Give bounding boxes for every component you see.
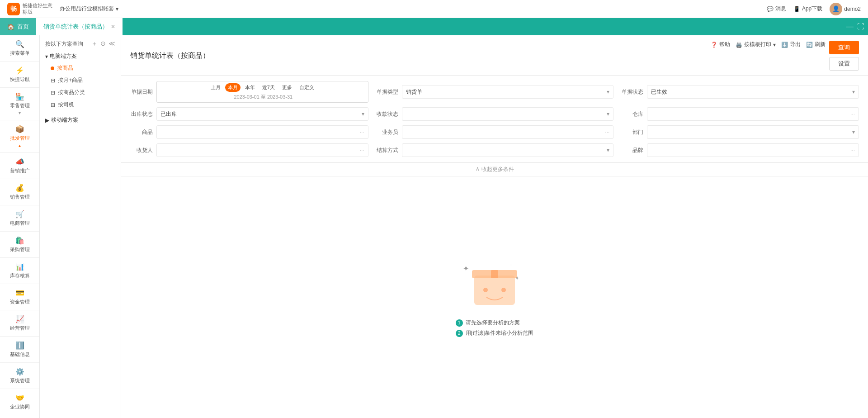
active-dot-icon [51, 66, 54, 70]
warehouse-filter-control[interactable]: ··· [647, 107, 859, 121]
out-arrow-icon: ▾ [362, 111, 364, 117]
sidebar-sales-mgmt-label: 销售管理 [10, 194, 30, 200]
date-tab-more[interactable]: 更多 [279, 83, 295, 92]
sidebar-item-enterprise[interactable]: 🤝 企业协同 [0, 389, 39, 415]
scheme-item-by-product[interactable]: 按商品 [40, 62, 121, 74]
receiver-filter-control[interactable]: ··· [156, 143, 368, 157]
sidebar-item-marketing[interactable]: 📣 营销推广 [0, 153, 39, 179]
staff-dots-icon[interactable]: ··· [605, 129, 609, 135]
inventory-icon: 📊 [15, 262, 24, 271]
filter-item-date: 单据日期 上月 本月 本年 近7天 更多 自定义 2023-03-01 至 20… [130, 81, 368, 103]
help-btn[interactable]: ❓ 帮助 [711, 41, 730, 48]
date-tab-custom[interactable]: 自定义 [297, 83, 317, 92]
scheme-item-by-category[interactable]: ⊟ 按商品分类 [40, 86, 121, 99]
type-filter-control[interactable]: 销货单 ▾ [402, 85, 614, 99]
company-select[interactable]: 办公用品行业模拟账套 ▾ [60, 5, 118, 13]
staff-label: 业务员 [376, 128, 398, 136]
empty-step-1-label: 请先选择要分析的方案 [466, 319, 520, 327]
brand-filter-control[interactable]: ··· [647, 143, 859, 157]
date-tab-this-year[interactable]: 本年 [242, 83, 258, 92]
sidebar-item-guide[interactable]: 🎯 新手引导 [0, 415, 39, 418]
tab-minimize-icon[interactable]: — [846, 23, 854, 31]
dept-filter-control[interactable]: ▾ [647, 125, 859, 139]
filter-item-type: 单据类型 销货单 ▾ [376, 85, 614, 99]
refresh-btn[interactable]: 🔄 刷新 [806, 41, 826, 48]
scheme-group-mobile-title[interactable]: ▶ 移动端方案 [40, 114, 121, 126]
company-name: 办公用品行业模拟账套 [60, 5, 114, 13]
scheme-item-by-month-product-label: 按月+商品 [58, 76, 83, 84]
out-filter-control[interactable]: 已出库 ▾ [156, 107, 368, 121]
user-btn[interactable]: 👤 demo2 [830, 3, 861, 15]
sidebar-wholesale-label: 批发管理 [10, 135, 30, 142]
brand-dots-icon[interactable]: ··· [850, 147, 855, 153]
scheme-item-by-month-product[interactable]: ⊟ 按月+商品 [40, 74, 121, 86]
payment-filter-control[interactable]: ▾ [402, 143, 614, 157]
collapse-row[interactable]: ∧ 收起更多条件 [121, 163, 868, 176]
filter-item-warehouse: 仓库 ··· [621, 107, 859, 121]
tab-bar-actions: — ⛶ [846, 23, 868, 31]
staff-filter-control[interactable]: ··· [402, 125, 614, 139]
receipt-label: 收款状态 [376, 110, 398, 118]
sidebar-item-search[interactable]: 🔍 搜索菜单 [0, 35, 39, 62]
scheme-item-by-cashier[interactable]: ⊟ 按司机 [40, 99, 121, 111]
filter-row-4: 收货人 ··· 结算方式 ▾ 品牌 [130, 143, 859, 157]
sidebar-item-system[interactable]: ⚙️ 系统管理 [0, 363, 39, 389]
warehouse-dots-icon[interactable]: ··· [850, 111, 855, 117]
collapse-up-icon: ∧ [476, 166, 480, 173]
collapse-label: 收起更多条件 [481, 166, 514, 173]
refresh-icon: 🔄 [806, 42, 813, 48]
retail-arrow-icon: ▾ [19, 110, 21, 115]
tab-expand-icon[interactable]: ⛶ [857, 23, 864, 31]
template-print-btn[interactable]: 🖨️ 按模板打印 ▾ [736, 41, 776, 48]
logo-icon: 畅 [7, 3, 20, 15]
product-dots-icon[interactable]: ··· [360, 129, 364, 135]
quick-nav-icon: ⚡ [15, 66, 24, 75]
help-icon: ❓ [711, 42, 717, 48]
date-tabs: 上月 本月 本年 近7天 更多 自定义 [208, 83, 317, 92]
date-tab-last-month[interactable]: 上月 [208, 83, 223, 92]
status-filter-control[interactable]: 已生效 ▾ [647, 85, 859, 99]
sidebar-item-wholesale[interactable]: 📦 批发管理 ▴ [0, 120, 39, 153]
sidebar-item-inventory[interactable]: 📊 库存核算 [0, 258, 39, 284]
sidebar-item-operations[interactable]: 📈 经营管理 [0, 310, 39, 337]
app-download-btn[interactable]: 📱 App下载 [793, 5, 822, 13]
pc-group-label: 电脑端方案 [50, 52, 77, 60]
scheme-group-pc-title[interactable]: ▾ 电脑端方案 [40, 51, 121, 62]
sidebar-item-sales-mgmt[interactable]: 💰 销售管理 [0, 179, 39, 205]
print-arrow-icon: ▾ [773, 42, 776, 48]
filter-row-2: 出库状态 已出库 ▾ 收款状态 ▾ 仓库 [130, 107, 859, 121]
home-icon: 🏠 [7, 24, 14, 30]
product-filter-control[interactable]: ··· [156, 125, 368, 139]
enterprise-icon: 🤝 [15, 394, 24, 402]
sidebar-item-purchase[interactable]: 🛍️ 采购管理 [0, 232, 39, 258]
app-label: App下载 [802, 5, 822, 13]
settings-button[interactable]: 设置 [829, 57, 859, 71]
scheme-add-btn[interactable]: ＋ [91, 40, 98, 48]
sidebar-item-quick-nav[interactable]: ⚡ 快捷导航 [0, 62, 39, 88]
sidebar-item-retail[interactable]: 🏪 零售管理 ▾ [0, 88, 39, 120]
sidebar-item-finance[interactable]: 💳 资金管理 [0, 284, 39, 310]
export-btn[interactable]: ⬇️ 导出 [781, 41, 801, 48]
date-tab-this-month[interactable]: 本月 [225, 83, 241, 92]
tab-sales-stats[interactable]: 销货单统计表（按商品） ✕ [36, 18, 123, 35]
action-col: 查询 设置 [829, 41, 859, 71]
tab-home[interactable]: 🏠 首页 [0, 18, 36, 35]
date-filter-control[interactable]: 上月 本月 本年 近7天 更多 自定义 2023-03-01 至 2023-03… [156, 81, 368, 103]
query-button[interactable]: 查询 [829, 41, 859, 54]
scheme-collapse-btn[interactable]: ≪ [108, 40, 115, 48]
tab-close-icon[interactable]: ✕ [111, 24, 115, 30]
retail-icon: 🏪 [15, 92, 24, 101]
receipt-filter-control[interactable]: ▾ [402, 107, 614, 121]
date-tab-7days[interactable]: 近7天 [259, 83, 278, 92]
finance-icon: 💳 [15, 289, 24, 297]
sidebar-system-label: 系统管理 [10, 377, 30, 384]
svg-point-4 [501, 288, 506, 292]
sidebar-item-ecommerce[interactable]: 🛒 电商管理 [0, 205, 39, 232]
type-value: 销货单 [406, 88, 422, 96]
logo-text: 畅捷信好生意 标版 [23, 3, 52, 14]
scheme-settings-btn[interactable]: ⊙ [100, 40, 106, 48]
message-btn[interactable]: 💬 消息 [767, 5, 786, 13]
svg-rect-2 [491, 270, 498, 278]
receiver-dots-icon[interactable]: ··· [360, 147, 364, 153]
sidebar-item-basic-info[interactable]: ℹ️ 基础信息 [0, 337, 39, 363]
